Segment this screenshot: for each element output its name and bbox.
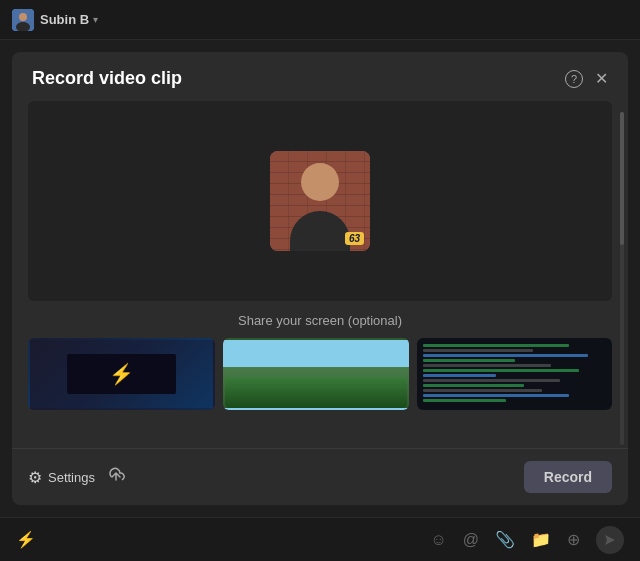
avatar bbox=[12, 9, 34, 31]
dialog-overlay: Record video clip ? ✕ 63 bbox=[0, 40, 640, 517]
settings-label: Settings bbox=[48, 470, 95, 485]
bottom-toolbar: ⚡ ☺ @ 📎 📁 ⊕ bbox=[0, 517, 640, 561]
code-line bbox=[423, 374, 496, 377]
screen-share-section: Share your screen (optional) ⚡ bbox=[12, 301, 628, 448]
dialog-header-actions: ? ✕ bbox=[565, 70, 608, 88]
code-line bbox=[423, 394, 569, 397]
main-layout: Record video clip ? ✕ 63 bbox=[0, 40, 640, 561]
record-dialog: Record video clip ? ✕ 63 bbox=[12, 52, 628, 505]
code-line bbox=[423, 364, 551, 367]
code-line bbox=[423, 349, 533, 352]
thumb-1-content: ⚡ bbox=[67, 354, 177, 395]
screen-thumb-3[interactable] bbox=[417, 338, 612, 410]
record-button[interactable]: Record bbox=[524, 461, 612, 493]
code-line bbox=[423, 389, 542, 392]
screen-thumbnails: ⚡ bbox=[28, 338, 612, 410]
send-button[interactable] bbox=[596, 526, 624, 554]
screen-thumb-2[interactable] bbox=[223, 338, 410, 410]
gift-icon[interactable]: ⊕ bbox=[567, 530, 580, 549]
scrollbar-thumb[interactable] bbox=[620, 112, 624, 245]
content-area: Record video clip ? ✕ 63 bbox=[0, 40, 640, 561]
chevron-down-icon: ▾ bbox=[93, 14, 98, 25]
attachment-icon[interactable]: 📎 bbox=[495, 530, 515, 549]
svg-point-1 bbox=[19, 13, 27, 21]
settings-button[interactable]: ⚙ Settings bbox=[28, 468, 95, 487]
folder-icon[interactable]: 📁 bbox=[531, 530, 551, 549]
code-line bbox=[423, 369, 578, 372]
upload-icon[interactable] bbox=[107, 466, 125, 488]
water-reflection bbox=[225, 384, 408, 394]
emoji-icon[interactable]: ☺ bbox=[430, 531, 446, 549]
screen-thumb-1[interactable]: ⚡ bbox=[28, 338, 215, 410]
badge-overlay: 63 bbox=[345, 232, 364, 245]
username[interactable]: Subin B bbox=[40, 12, 89, 27]
scrollbar[interactable] bbox=[620, 112, 624, 445]
camera-feed: 63 bbox=[270, 151, 370, 251]
code-line bbox=[423, 384, 523, 387]
help-icon[interactable]: ? bbox=[565, 70, 583, 88]
code-line bbox=[423, 354, 587, 357]
code-line bbox=[423, 399, 505, 402]
dialog-header: Record video clip ? ✕ bbox=[12, 52, 628, 101]
person-head bbox=[301, 163, 339, 201]
video-preview: 63 bbox=[28, 101, 612, 301]
code-line bbox=[423, 344, 569, 347]
app-logo-icon: ⚡ bbox=[109, 362, 134, 386]
mention-icon[interactable]: @ bbox=[463, 531, 479, 549]
dialog-footer: ⚙ Settings Record bbox=[12, 448, 628, 505]
gear-icon: ⚙ bbox=[28, 468, 42, 487]
code-line bbox=[423, 379, 560, 382]
close-icon[interactable]: ✕ bbox=[595, 71, 608, 87]
lightning-icon[interactable]: ⚡ bbox=[16, 530, 36, 549]
top-bar: Subin B ▾ bbox=[0, 0, 640, 40]
code-line bbox=[423, 359, 514, 362]
screen-share-label: Share your screen (optional) bbox=[28, 313, 612, 328]
dialog-title: Record video clip bbox=[32, 68, 182, 89]
